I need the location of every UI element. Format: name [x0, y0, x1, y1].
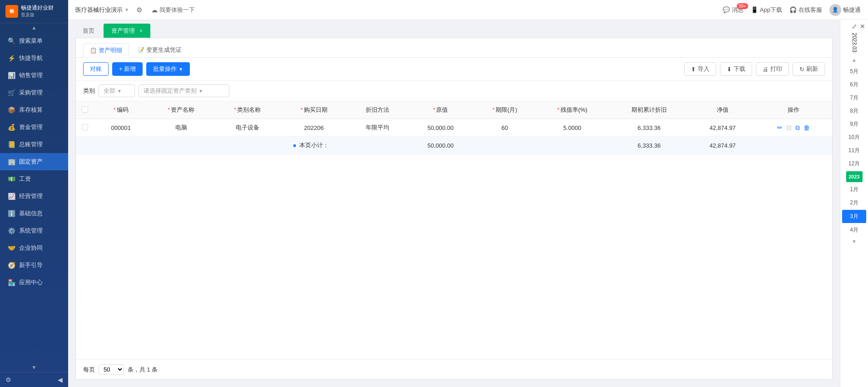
operations-icon: 📈	[7, 193, 15, 200]
toolbar-right: ⬆ 导入 ⬇ 下载 🖨 打印 ↻ 刷新	[684, 62, 825, 76]
sidebar-item-ledger[interactable]: 📒 总账管理	[0, 136, 68, 153]
row-checkbox[interactable]	[82, 124, 88, 130]
sidebar-item-appstore[interactable]: 🏪 应用中心	[0, 274, 68, 291]
sidebar-item-quicknav[interactable]: ⚡ 快捷导航	[0, 50, 68, 67]
month-5[interactable]: 5月	[840, 65, 868, 78]
refresh-button[interactable]: ↻ 刷新	[793, 62, 825, 76]
print-icon: 🖨	[763, 66, 769, 73]
filter-input-arrow-icon: ▼	[198, 89, 203, 94]
sub-tab-change-voucher[interactable]: 📝 变更生成凭证	[131, 43, 188, 57]
right-panel: ⤢ ✕ 2023.03 ▲ 5月 6月 7月 8月 9月 10月 11月 12月…	[840, 20, 868, 387]
sidebar-item-search[interactable]: 🔍 搜索菜单	[0, 32, 68, 50]
trial-area[interactable]: ☁ 我要体验一下	[151, 6, 195, 14]
month-1[interactable]: 1月	[840, 183, 868, 196]
month-10[interactable]: 10月	[840, 131, 868, 144]
td-checkbox	[76, 119, 94, 137]
sidebar-scroll-down[interactable]: ▼	[0, 363, 68, 372]
new-button[interactable]: + 新增	[112, 62, 143, 76]
sidebar-item-system[interactable]: ⚙️ 系统管理	[0, 222, 68, 239]
app-download-button[interactable]: 📱 App下载	[751, 6, 782, 14]
close-icon[interactable]: ✕	[860, 23, 865, 30]
pagination: 每页 50 100 200 条，共 1 条	[76, 359, 832, 379]
month-11[interactable]: 11月	[840, 144, 868, 157]
td-actions: ✏ ⊡ ⧉ 🗑	[755, 119, 832, 137]
th-accumulated: 期初累计折旧	[608, 101, 690, 119]
month-4[interactable]: 4月	[840, 223, 868, 237]
panel-months: 5月 6月 7月 8月 9月 10月 11月 12月 2023 1月 2月 3月…	[840, 65, 868, 237]
system-icon: ⚙️	[7, 227, 15, 234]
expand-icon[interactable]: ⤢	[852, 23, 857, 30]
th-code: *编码	[94, 101, 148, 119]
change-voucher-icon: 📝	[138, 47, 144, 53]
th-actions: 操作	[755, 101, 832, 119]
month-8[interactable]: 8月	[840, 104, 868, 118]
panel-scroll-down[interactable]: ▼	[852, 237, 857, 247]
sidebar-item-basicinfo[interactable]: ℹ️ 基础信息	[0, 205, 68, 222]
sidebar-scroll-up[interactable]: ▲	[0, 23, 68, 32]
print-button[interactable]: 🖨 打印	[756, 62, 789, 76]
batch-button[interactable]: 批量操作 ▼	[146, 62, 190, 76]
month-3-active[interactable]: 3月	[842, 210, 866, 223]
download-label: 下载	[734, 65, 745, 73]
sidebar-item-label: 工资	[19, 175, 31, 183]
edit-icon[interactable]: ✏	[777, 124, 783, 131]
settings-icon[interactable]: ⚙	[136, 6, 142, 14]
refresh-icon: ↻	[799, 66, 804, 73]
company-selector[interactable]: 医疗器械行业演示 ▼	[75, 6, 129, 14]
app-label: App下载	[760, 6, 782, 14]
export-icon: ⬆	[691, 66, 696, 73]
per-page-select[interactable]: 50 100 200	[99, 364, 124, 375]
td-subtotal-actions	[755, 137, 832, 154]
logo-text-block: 畅捷通好业财 普及版	[21, 5, 54, 18]
tab-home[interactable]: 首页	[75, 24, 102, 38]
subtotal-label: 本页小计：	[299, 142, 329, 149]
sidebar-item-operations[interactable]: 📈 经营管理	[0, 188, 68, 205]
per-page-label: 每页	[83, 366, 95, 374]
filter-category-select[interactable]: 全部 ▼	[99, 84, 135, 97]
online-service-button[interactable]: 🎧 在线客服	[789, 6, 822, 14]
sidebar-item-label: 经营管理	[19, 192, 43, 200]
month-7[interactable]: 7月	[840, 91, 868, 104]
inventory-icon: 📦	[7, 106, 15, 114]
sidebar-item-guide[interactable]: 🧭 新手引导	[0, 257, 68, 274]
month-9[interactable]: 9月	[840, 118, 868, 131]
message-button[interactable]: 💬 消息 99+	[723, 6, 744, 14]
sidebar-item-label: 资金管理	[19, 123, 43, 131]
sub-tab-asset-detail[interactable]: 📋 资产明细	[83, 43, 129, 58]
filter-category-input[interactable]: 请选择固定资产类别 ▼	[139, 84, 229, 97]
sidebar-item-funds[interactable]: 💰 资金管理	[0, 119, 68, 136]
cloud-icon: ☁	[151, 6, 158, 14]
collapse-icon[interactable]: ◀	[58, 376, 63, 383]
month-2[interactable]: 2月	[840, 196, 868, 209]
export-button[interactable]: ⬆ 导入	[684, 62, 716, 76]
sidebar-item-inventory[interactable]: 📦 库存核算	[0, 101, 68, 119]
panel-scroll-up[interactable]: ▲	[852, 55, 857, 65]
month-12[interactable]: 12月	[840, 157, 868, 170]
sidebar-item-cooperation[interactable]: 🤝 企业协同	[0, 239, 68, 257]
download-button[interactable]: ⬇ 下载	[720, 62, 752, 76]
th-buydate: *购买日期	[281, 101, 347, 119]
topbar-right: 💬 消息 99+ 📱 App下载 🎧 在线客服 👤 畅捷通	[723, 4, 861, 16]
sidebar: 畅 畅捷通好业财 普及版 ▲ 🔍 搜索菜单 ⚡ 快捷导航 📊 销售管理 🛒 采购…	[0, 0, 68, 387]
panel-year-label: 2023.03	[851, 30, 858, 55]
tab-asset-mgmt[interactable]: 资产管理 ×	[104, 24, 150, 38]
sidebar-item-payroll[interactable]: 💵 工资	[0, 170, 68, 188]
tab-close-icon[interactable]: ×	[139, 27, 143, 34]
account-button[interactable]: 对账	[83, 62, 109, 76]
settings-icon[interactable]: ⚙	[5, 376, 11, 383]
duplicate-icon[interactable]: ⧉	[795, 124, 800, 132]
sidebar-logo: 畅 畅捷通好业财 普及版	[0, 0, 68, 23]
month-6[interactable]: 6月	[840, 78, 868, 91]
delete-icon[interactable]: 🗑	[804, 124, 810, 131]
logo-sub: 普及版	[21, 12, 54, 18]
logo-text: 畅捷通好业财	[21, 5, 54, 12]
copy-icon[interactable]: ⊡	[786, 124, 792, 131]
sidebar-item-purchase[interactable]: 🛒 采购管理	[0, 84, 68, 101]
select-all-checkbox[interactable]	[82, 106, 88, 113]
sidebar-item-sales[interactable]: 📊 销售管理	[0, 67, 68, 84]
filter-row: 类别 全部 ▼ 请选择固定资产类别 ▼	[76, 81, 832, 101]
td-subtotal-originalvalue: 50,000.00	[408, 137, 473, 154]
sidebar-bottom: ⚙ ◀	[0, 372, 68, 387]
sidebar-item-fixedassets[interactable]: 🏢 固定资产	[0, 153, 68, 170]
user-menu[interactable]: 👤 畅捷通	[829, 4, 861, 16]
